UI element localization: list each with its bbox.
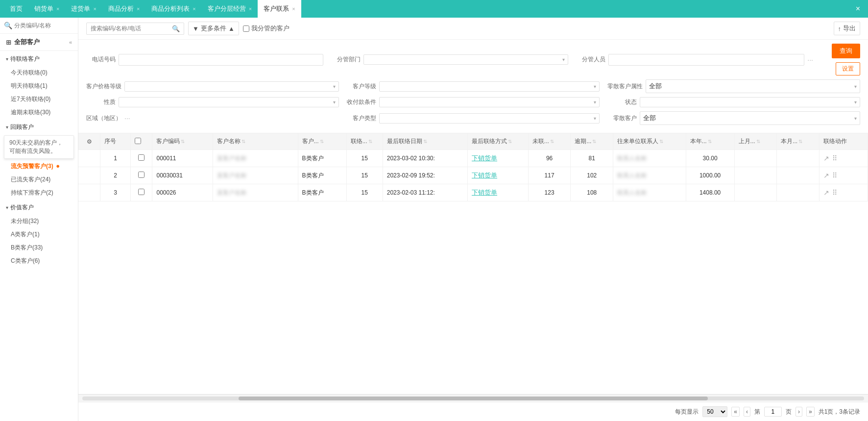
- sidebar-item-0-2[interactable]: 近7天待联络(0): [0, 93, 78, 106]
- my-customers-checkbox-wrap[interactable]: 我分管的客户: [243, 24, 289, 33]
- payment-select[interactable]: ▾: [379, 97, 600, 107]
- table-settings-header[interactable]: ⚙: [78, 133, 100, 150]
- last-page-button[interactable]: »: [806, 407, 815, 417]
- price-level-select[interactable]: ▾: [124, 81, 339, 92]
- tab-close-icon[interactable]: ×: [137, 6, 140, 12]
- sort-icon-5[interactable]: ⇅: [368, 139, 372, 144]
- first-page-button[interactable]: «: [731, 407, 740, 417]
- sidebar-item-4[interactable]: 持续下滑客户(2): [0, 186, 78, 199]
- customer-level-select[interactable]: ▾: [379, 81, 600, 92]
- table-col-header-4[interactable]: 客户...⇅: [298, 133, 346, 150]
- horizontal-scrollbar[interactable]: [78, 394, 868, 402]
- last-contact-link-2[interactable]: 下销货单: [472, 189, 497, 196]
- query-button[interactable]: 查询: [832, 44, 860, 58]
- search-input[interactable]: [91, 25, 170, 32]
- sidebar-group-title-0[interactable]: ▾待联络客户: [0, 52, 78, 66]
- more-conditions-button[interactable]: ▼ 更多条件 ▲: [188, 22, 239, 35]
- more-actions-icon-0[interactable]: ⠿: [832, 154, 837, 162]
- last-contact-link-0[interactable]: 下销货单: [472, 154, 497, 162]
- status-select[interactable]: ▾: [640, 97, 860, 107]
- manager-more-icon[interactable]: ···: [807, 56, 813, 64]
- last-contact-link-1[interactable]: 下销货单: [472, 172, 497, 179]
- sort-icon-12[interactable]: ⇅: [756, 139, 760, 144]
- row-checkbox-0[interactable]: [138, 154, 145, 161]
- page-number-input[interactable]: [764, 407, 782, 417]
- table-col-header-3[interactable]: 客户名称⇅: [213, 133, 298, 150]
- table-col-header-6[interactable]: 最后联络日期⇅: [383, 133, 467, 150]
- nav-tab-客户联系[interactable]: 客户联系×: [258, 0, 301, 18]
- contact-link-icon-1[interactable]: ↗: [823, 172, 829, 179]
- tab-close-icon[interactable]: ×: [193, 6, 195, 12]
- sidebar-item-5-1[interactable]: A类客户(1): [0, 228, 78, 241]
- more-actions-icon-1[interactable]: ⠿: [832, 172, 837, 179]
- table-select-all-checkbox[interactable]: [135, 138, 141, 144]
- sidebar-all-customers[interactable]: ⊞ 全部客户 «: [0, 34, 78, 51]
- sidebar-item-5-3[interactable]: C类客户(6): [0, 254, 78, 268]
- search-input-wrap[interactable]: 🔍: [86, 23, 184, 35]
- sort-icon-13[interactable]: ⇅: [798, 139, 802, 144]
- nav-tab-进货单[interactable]: 进货单×: [65, 0, 102, 18]
- table-col-header-2[interactable]: 客户编码⇅: [152, 133, 213, 150]
- per-page-select[interactable]: 50 20 100: [702, 406, 727, 417]
- contact-link-icon-0[interactable]: ↗: [823, 154, 829, 162]
- setting-button[interactable]: 设置: [836, 62, 860, 75]
- region-more-icon[interactable]: ···: [124, 114, 130, 122]
- scrollbar-thumb[interactable]: [239, 396, 708, 400]
- sidebar-item-0-1[interactable]: 明天待联络(1): [0, 79, 78, 93]
- close-window-button[interactable]: ×: [852, 4, 864, 13]
- sort-icon-6[interactable]: ⇅: [423, 139, 427, 144]
- nav-tab-销货单[interactable]: 销货单×: [28, 0, 65, 18]
- row-checkbox-1[interactable]: [138, 172, 145, 178]
- collapse-icon[interactable]: «: [69, 39, 72, 45]
- sort-icon-3[interactable]: ⇅: [241, 139, 245, 144]
- sort-icon-11[interactable]: ⇅: [708, 139, 712, 144]
- retail-attr-select[interactable]: 全部 ▾: [646, 79, 860, 93]
- row-last-contact-method-0[interactable]: 下销货单: [468, 150, 529, 167]
- sidebar-item-2[interactable]: 流失预警客户(3) ●: [0, 160, 78, 173]
- more-actions-icon-2[interactable]: ⠿: [832, 189, 837, 197]
- table-col-header-8[interactable]: 未联...⇅: [528, 133, 571, 150]
- tab-close-icon[interactable]: ×: [56, 6, 59, 12]
- retail-customer-select[interactable]: 全部 ▾: [640, 111, 860, 125]
- tab-close-icon[interactable]: ×: [249, 6, 252, 12]
- tab-close-icon[interactable]: ×: [292, 6, 295, 12]
- table-col-header-10[interactable]: 往来单位联系人⇅: [613, 133, 686, 150]
- table-col-header-13[interactable]: 本月...⇅: [777, 133, 820, 150]
- my-customers-checkbox[interactable]: [243, 25, 249, 32]
- table-col-header-11[interactable]: 本年...⇅: [686, 133, 734, 150]
- search-submit-icon[interactable]: 🔍: [172, 25, 180, 32]
- row-last-contact-method-1[interactable]: 下销货单: [468, 167, 529, 184]
- sort-icon-2[interactable]: ⇅: [181, 139, 185, 144]
- sort-icon-8[interactable]: ⇅: [550, 139, 554, 144]
- customer-type-select[interactable]: ▾: [379, 113, 600, 124]
- table-col-header-12[interactable]: 上月...⇅: [734, 133, 777, 150]
- table-col-header-7[interactable]: 最后联络方式⇅: [468, 133, 529, 150]
- manager-input[interactable]: [608, 54, 804, 66]
- nav-tab-商品分析列表[interactable]: 商品分析列表×: [145, 0, 201, 18]
- sort-icon-7[interactable]: ⇅: [508, 139, 512, 144]
- contact-link-icon-2[interactable]: ↗: [823, 189, 829, 197]
- sidebar-group-title-5[interactable]: ▾价值客户: [0, 200, 78, 215]
- phone-input[interactable]: [119, 54, 323, 66]
- row-checkbox-2[interactable]: [138, 189, 145, 195]
- nav-tab-商品分析[interactable]: 商品分析×: [102, 0, 145, 18]
- nature-select[interactable]: ▾: [119, 97, 339, 107]
- sidebar-item-0-0[interactable]: 今天待联络(0): [0, 66, 78, 79]
- scrollbar-track[interactable]: [82, 396, 864, 400]
- sort-icon-10[interactable]: ⇅: [659, 139, 663, 144]
- tab-close-icon[interactable]: ×: [93, 6, 96, 12]
- sidebar-group-title-1[interactable]: ▾回顾客户: [0, 120, 78, 134]
- table-col-header-9[interactable]: 逾期...⇅: [571, 133, 613, 150]
- next-page-button[interactable]: ›: [796, 407, 802, 417]
- row-checkbox-cell-2[interactable]: [130, 184, 152, 201]
- sidebar-item-3[interactable]: 已流失客户(24): [0, 173, 78, 186]
- sidebar-search-bar[interactable]: 🔍: [0, 18, 78, 34]
- row-last-contact-method-2[interactable]: 下销货单: [468, 184, 529, 201]
- table-col-header-5[interactable]: 联络...⇅: [346, 133, 383, 150]
- sort-icon-4[interactable]: ⇅: [320, 139, 324, 144]
- nav-tab-客户分层经营[interactable]: 客户分层经营×: [202, 0, 258, 18]
- sidebar-search-input[interactable]: [14, 22, 74, 29]
- sidebar-item-0-3[interactable]: 逾期未联络(30): [0, 106, 78, 119]
- sort-icon-9[interactable]: ⇅: [592, 139, 596, 144]
- nav-tab-首页[interactable]: 首页: [4, 0, 28, 18]
